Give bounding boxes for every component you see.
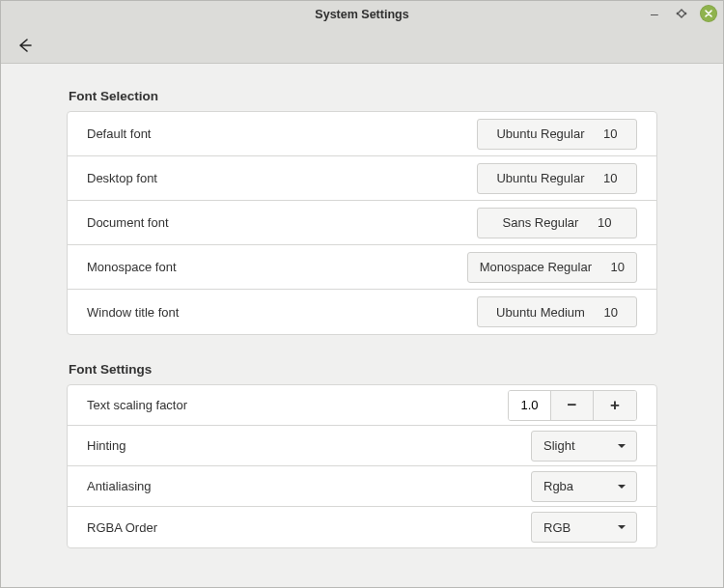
close-button[interactable] xyxy=(700,5,717,22)
row-title-font: Window title font Ubuntu Medium 10 xyxy=(68,290,656,334)
font-selection-group: Default font Ubuntu Regular 10 Desktop f… xyxy=(67,111,657,335)
select-value: Slight xyxy=(543,438,575,453)
text-scaling-value[interactable] xyxy=(509,391,551,420)
section-title-font-selection: Font Selection xyxy=(69,89,657,103)
label-title-font: Window title font xyxy=(87,305,179,320)
select-hinting[interactable]: Slight xyxy=(531,431,637,462)
titlebar: System Settings – xyxy=(1,1,723,27)
chevron-down-icon xyxy=(617,441,627,451)
label-antialiasing: Antialiasing xyxy=(87,479,152,493)
row-document-font: Document font Sans Regular 10 xyxy=(68,201,656,245)
select-value: Rgba xyxy=(543,479,573,493)
font-size-value: 10 xyxy=(600,126,618,141)
label-hinting: Hinting xyxy=(87,438,125,453)
select-rgba-order[interactable]: RGB xyxy=(531,512,637,543)
system-settings-window: System Settings – Font Selection Default… xyxy=(0,0,724,588)
row-rgba-order: RGBA Order RGB xyxy=(68,507,656,547)
select-antialiasing[interactable]: Rgba xyxy=(531,471,637,502)
label-rgba-order: RGBA Order xyxy=(87,520,157,535)
font-family-value: Monospace Regular xyxy=(480,260,592,274)
row-text-scaling: Text scaling factor − + xyxy=(68,385,656,426)
select-desktop-font[interactable]: Ubuntu Regular 10 xyxy=(477,163,637,194)
maximize-button[interactable] xyxy=(673,5,690,22)
select-monospace-font[interactable]: Monospace Regular 10 xyxy=(467,252,637,283)
font-settings-group: Text scaling factor − + Hinting Slight A… xyxy=(67,384,657,548)
back-button[interactable] xyxy=(14,35,36,56)
select-title-font[interactable]: Ubuntu Medium 10 xyxy=(477,296,637,327)
stepper-minus[interactable]: − xyxy=(551,391,594,420)
font-family-value: Sans Regular xyxy=(503,215,579,230)
chevron-down-icon xyxy=(617,482,627,491)
content-area: Font Selection Default font Ubuntu Regul… xyxy=(1,64,723,587)
font-family-value: Ubuntu Regular xyxy=(496,171,584,185)
select-default-font[interactable]: Ubuntu Regular 10 xyxy=(477,119,637,150)
row-hinting: Hinting Slight xyxy=(68,426,656,466)
text-scaling-stepper: − + xyxy=(508,390,637,421)
select-value: RGB xyxy=(543,520,571,535)
row-monospace-font: Monospace font Monospace Regular 10 xyxy=(68,245,656,290)
window-controls: – xyxy=(646,5,717,22)
font-size-value: 10 xyxy=(607,260,625,274)
window-title: System Settings xyxy=(1,8,723,21)
row-default-font: Default font Ubuntu Regular 10 xyxy=(68,112,656,156)
select-document-font[interactable]: Sans Regular 10 xyxy=(477,208,637,238)
font-size-value: 10 xyxy=(600,305,618,320)
font-family-value: Ubuntu Regular xyxy=(496,126,584,141)
stepper-plus[interactable]: + xyxy=(594,391,636,420)
label-document-font: Document font xyxy=(87,215,169,230)
label-text-scaling: Text scaling factor xyxy=(87,398,187,412)
font-size-value: 10 xyxy=(600,171,618,185)
label-desktop-font: Desktop font xyxy=(87,171,157,185)
row-antialiasing: Antialiasing Rgba xyxy=(68,466,656,507)
minimize-button[interactable]: – xyxy=(646,5,663,22)
row-desktop-font: Desktop font Ubuntu Regular 10 xyxy=(68,156,656,201)
label-default-font: Default font xyxy=(87,126,152,141)
section-title-font-settings: Font Settings xyxy=(69,362,657,377)
font-size-value: 10 xyxy=(594,215,611,230)
label-monospace-font: Monospace font xyxy=(87,260,177,274)
font-family-value: Ubuntu Medium xyxy=(496,305,585,320)
toolbar xyxy=(1,27,723,64)
chevron-down-icon xyxy=(617,522,627,532)
